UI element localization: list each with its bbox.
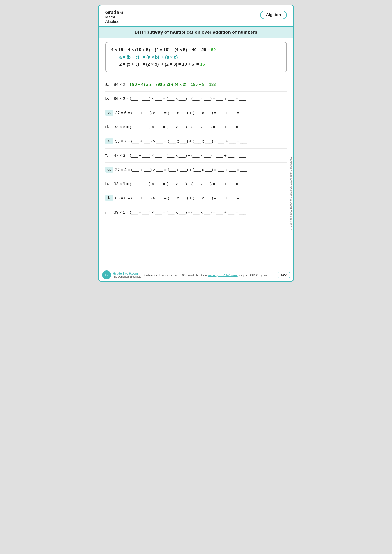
question-row-f: f. 47 × 3 = (___ + ___) × ___ = (___ x _… bbox=[105, 148, 287, 163]
question-label-h: h. bbox=[105, 181, 114, 186]
question-label-b: b. bbox=[105, 96, 114, 101]
svg-text:G: G bbox=[105, 273, 108, 277]
algebra-badge: Algebra bbox=[260, 11, 287, 19]
example-line-3: 2 × (5 + 3) = (2 × 5) + (2 × 3) = 10 + 6… bbox=[111, 61, 281, 68]
header-left: Grade 6 Maths Algebra bbox=[105, 10, 123, 24]
question-text-g: 27 × 4 = (___ + ___) × ___ = (___ x ___)… bbox=[113, 167, 287, 173]
topic-label: Algebra bbox=[105, 19, 123, 24]
footer-site: Grade 1 to 6.com bbox=[113, 272, 141, 275]
question-label-g: g. bbox=[105, 166, 113, 173]
section-title: Distributivity of multiplication over ad… bbox=[135, 30, 258, 35]
question-label-d: d. bbox=[105, 125, 114, 129]
worksheet-page: Grade 6 Maths Algebra Algebra Distributi… bbox=[98, 5, 294, 282]
question-row-i: i. 66 × 6 = (___ + ___) × ___ = (___ x _… bbox=[105, 191, 287, 205]
section-title-bar: Distributivity of multiplication over ad… bbox=[99, 27, 294, 38]
subject-label: Maths bbox=[105, 15, 123, 19]
question-text-h: 93 × 9 = (___ + ___) × ___ = (___ x ___)… bbox=[114, 181, 287, 187]
footer-link[interactable]: www.grade1to6.com bbox=[208, 273, 238, 277]
footer-logo-text: Grade 1 to 6.com The Worksheet Specialis… bbox=[113, 272, 141, 278]
question-label-c: c. bbox=[105, 110, 113, 116]
example-box: 4 × 15 = 4 × (10 + 5) = (4 × 10) + (4 × … bbox=[105, 42, 287, 72]
question-row-h: h. 93 × 9 = (___ + ___) × ___ = (___ x _… bbox=[105, 177, 287, 191]
footer-logo: G Grade 1 to 6.com The Worksheet Special… bbox=[102, 270, 141, 279]
footer-subscribe: Subscribe to access over 6,000 worksheet… bbox=[144, 273, 278, 277]
question-text-a: 94 × 2 = ( 90 + 4) x 2 = (90 x 2) + (4 x… bbox=[114, 82, 287, 88]
header: Grade 6 Maths Algebra Algebra bbox=[99, 6, 294, 27]
question-label-i: i. bbox=[105, 195, 113, 201]
content-area: 4 × 15 = 4 × (10 + 5) = (4 × 10) + (4 × … bbox=[99, 38, 294, 234]
question-label-j: j. bbox=[105, 210, 114, 215]
question-row-c: c. 27 × 6 = (___ + ___) × ___ = (___ x _… bbox=[105, 106, 287, 120]
footer-tagline: The Worksheet Specialists bbox=[113, 276, 141, 278]
logo-circle: G bbox=[102, 270, 111, 279]
question-row-g: g. 27 × 4 = (___ + ___) × ___ = (___ x _… bbox=[105, 163, 287, 177]
question-text-f: 47 × 3 = (___ + ___) × ___ = (___ x ___)… bbox=[114, 152, 287, 159]
question-label-a: a. bbox=[105, 82, 114, 87]
question-row-e: e. 53 × 7 = (___ + ___) × ___ = (___ x _… bbox=[105, 134, 287, 148]
question-text-c: 27 × 6 = (___ + ___) × ___ = (___ x ___)… bbox=[113, 110, 287, 116]
question-row-d: d. 33 × 6 = (___ + ___) × ___ = (___ x _… bbox=[105, 120, 287, 134]
example-line-2: a × (b + c) = (a × b) + (a × c) bbox=[111, 54, 281, 61]
question-row-j: j. 39 × 1 = (___ + ___) × ___ = (___ x _… bbox=[105, 205, 287, 220]
page-number: 527 bbox=[278, 272, 290, 278]
question-label-e: e. bbox=[105, 138, 113, 144]
example-line-1: 4 × 15 = 4 × (10 + 5) = (4 × 10) + (4 × … bbox=[111, 46, 281, 54]
question-text-e: 53 × 7 = (___ + ___) × ___ = (___ x ___)… bbox=[113, 138, 287, 145]
question-text-b: 86 × 2 = (___ + ___) × ___ = (___ x ___)… bbox=[114, 96, 287, 102]
question-text-j: 39 × 1 = (___ + ___) × ___ = (___ x ___)… bbox=[114, 209, 287, 215]
question-text-i: 66 × 6 = (___ + ___) × ___ = (___ x ___)… bbox=[113, 195, 287, 201]
question-label-f: f. bbox=[105, 153, 114, 158]
question-text-d: 33 × 6 = (___ + ___) × ___ = (___ x ___)… bbox=[114, 124, 287, 130]
question-row-b: b. 86 × 2 = (___ + ___) × ___ = (___ x _… bbox=[105, 92, 287, 106]
grade-label: Grade 6 bbox=[105, 10, 123, 15]
question-row-a: a. 94 × 2 = ( 90 + 4) x 2 = (90 x 2) + (… bbox=[105, 77, 287, 92]
footer: G Grade 1 to 6.com The Worksheet Special… bbox=[99, 269, 294, 281]
copyright-text: © Copyright 2017 BeeOne Media Pvt. Ltd. … bbox=[289, 157, 292, 231]
